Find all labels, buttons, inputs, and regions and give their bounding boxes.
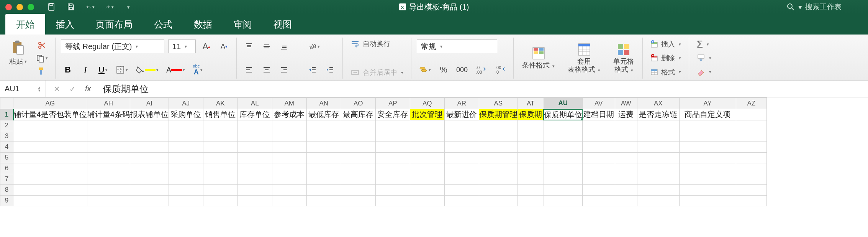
cell-AN5[interactable] xyxy=(306,152,341,163)
cell-AV9[interactable] xyxy=(582,195,615,206)
bold-button[interactable]: B xyxy=(61,63,75,77)
autosave-icon[interactable] xyxy=(47,2,56,12)
cell-AL3[interactable] xyxy=(237,131,272,142)
cell-AX6[interactable] xyxy=(637,163,679,174)
cell-AY4[interactable] xyxy=(679,142,736,152)
cell-AO6[interactable] xyxy=(341,163,375,174)
cell-AJ7[interactable] xyxy=(169,174,203,184)
cell-AO8[interactable] xyxy=(341,184,375,195)
tab-page-layout[interactable]: 页面布局 xyxy=(85,14,143,35)
font-name-combo[interactable]: 等线 Regular (正文)▾ xyxy=(61,40,164,53)
cell-AS4[interactable] xyxy=(479,142,518,152)
cell-AR5[interactable] xyxy=(444,152,479,163)
column-header-AJ[interactable]: AJ xyxy=(169,98,203,109)
column-header-AH[interactable]: AH xyxy=(87,98,130,109)
cell-AP4[interactable] xyxy=(375,142,410,152)
cell-AY9[interactable] xyxy=(679,195,736,206)
cell-AR6[interactable] xyxy=(444,163,479,174)
close-window-button[interactable] xyxy=(5,4,12,10)
cell-AH4[interactable] xyxy=(87,142,130,152)
copy-button[interactable]: ▾ xyxy=(34,52,50,64)
cell-AK3[interactable] xyxy=(203,131,237,142)
column-header-AV[interactable]: AV xyxy=(582,98,615,109)
cell-AO9[interactable] xyxy=(341,195,375,206)
cell-AN8[interactable] xyxy=(306,184,341,195)
cell-AQ6[interactable] xyxy=(410,163,444,174)
cell-AV6[interactable] xyxy=(582,163,615,174)
decrease-font-button[interactable]: A▾ xyxy=(217,40,231,53)
cell-AK4[interactable] xyxy=(203,142,237,152)
cell-AZ9[interactable] xyxy=(736,195,766,206)
column-header-AT[interactable]: AT xyxy=(518,98,544,109)
cell-AP9[interactable] xyxy=(375,195,410,206)
cell-AK6[interactable] xyxy=(203,163,237,174)
cell-AT8[interactable] xyxy=(518,184,544,195)
increase-decimal-button[interactable]: .0.00 xyxy=(473,63,489,77)
cell-AK1[interactable]: 销售单位 xyxy=(203,109,237,120)
column-header-AY[interactable]: AY xyxy=(679,98,736,109)
cell-AG6[interactable] xyxy=(13,163,87,174)
cell-AZ2[interactable] xyxy=(736,120,766,131)
cell-AY6[interactable] xyxy=(679,163,736,174)
cell-AH7[interactable] xyxy=(87,174,130,184)
cell-AN4[interactable] xyxy=(306,142,341,152)
cell-AM9[interactable] xyxy=(272,195,306,206)
cell-AO5[interactable] xyxy=(341,152,375,163)
cell-AN9[interactable] xyxy=(306,195,341,206)
cell-AY1[interactable]: 商品自定义项 xyxy=(679,109,736,120)
cell-AI1[interactable]: 报表辅单位 xyxy=(130,109,169,120)
cell-AP6[interactable] xyxy=(375,163,410,174)
cell-AJ6[interactable] xyxy=(169,163,203,174)
cell-AP2[interactable] xyxy=(375,120,410,131)
cell-AV2[interactable] xyxy=(582,120,615,131)
cell-AI9[interactable] xyxy=(130,195,169,206)
cell-AH5[interactable] xyxy=(87,152,130,163)
cell-AW5[interactable] xyxy=(615,152,637,163)
cell-AX5[interactable] xyxy=(637,152,679,163)
cell-AK8[interactable] xyxy=(203,184,237,195)
cell-AX2[interactable] xyxy=(637,120,679,131)
cell-AG8[interactable] xyxy=(13,184,87,195)
merge-center-button[interactable]: 合并后居中▾ xyxy=(348,66,406,79)
cell-AP7[interactable] xyxy=(375,174,410,184)
cell-AM8[interactable] xyxy=(272,184,306,195)
column-header-AO[interactable]: AO xyxy=(341,98,375,109)
undo-icon[interactable]: ▾ xyxy=(85,2,95,12)
format-cells-button[interactable]: 格式▾ xyxy=(648,66,683,78)
cell-AJ4[interactable] xyxy=(169,142,203,152)
column-header-AN[interactable]: AN xyxy=(306,98,341,109)
cell-AZ3[interactable] xyxy=(736,131,766,142)
row-header-6[interactable]: 6 xyxy=(0,163,13,174)
cell-AX8[interactable] xyxy=(637,184,679,195)
cell-AL6[interactable] xyxy=(237,163,272,174)
cell-AU1[interactable]: 保质期单位 xyxy=(544,109,582,120)
cell-AL5[interactable] xyxy=(237,152,272,163)
cell-AP1[interactable]: 安全库存 xyxy=(375,109,410,120)
cell-AO1[interactable]: 最高库存 xyxy=(341,109,375,120)
cell-AH3[interactable] xyxy=(87,131,130,142)
cell-AL8[interactable] xyxy=(237,184,272,195)
column-header-AW[interactable]: AW xyxy=(615,98,637,109)
cell-AW6[interactable] xyxy=(615,163,637,174)
cell-AO7[interactable] xyxy=(341,174,375,184)
cell-AV8[interactable] xyxy=(582,184,615,195)
cell-AL7[interactable] xyxy=(237,174,272,184)
column-header-AX[interactable]: AX xyxy=(637,98,679,109)
autosum-button[interactable]: Σ▾ xyxy=(694,38,714,50)
cell-AY5[interactable] xyxy=(679,152,736,163)
column-header-AU[interactable]: AU xyxy=(544,98,582,109)
fill-color-button[interactable]: ▾ xyxy=(134,63,160,77)
accounting-format-button[interactable]: ▾ xyxy=(417,63,433,77)
fill-button[interactable]: ▾ xyxy=(694,52,714,64)
cell-AS5[interactable] xyxy=(479,152,518,163)
cell-AL9[interactable] xyxy=(237,195,272,206)
decrease-decimal-button[interactable]: .00.0 xyxy=(493,63,508,77)
comma-button[interactable]: 000 xyxy=(454,63,470,77)
cell-AN3[interactable] xyxy=(306,131,341,142)
percent-button[interactable]: % xyxy=(437,63,450,77)
cell-AM1[interactable]: 参考成本 xyxy=(272,109,306,120)
row-header-7[interactable]: 7 xyxy=(0,174,13,184)
tab-insert[interactable]: 插入 xyxy=(45,14,85,35)
cell-AS3[interactable] xyxy=(479,131,518,142)
cell-AV7[interactable] xyxy=(582,174,615,184)
